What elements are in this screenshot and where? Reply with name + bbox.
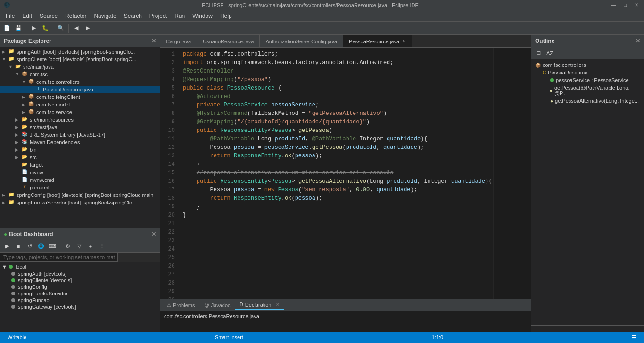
tree-item[interactable]: ▼ 📦 com.fsc.controllers	[0, 78, 160, 86]
boot-dashboard-search[interactable]	[0, 253, 118, 262]
outline-scrollbar[interactable]	[531, 325, 644, 332]
tree-arrow: ▶	[15, 147, 21, 152]
editor-tab-UsuarioResource-java[interactable]: UsuarioResource.java	[197, 35, 260, 47]
bd-list-item[interactable]: springAuth [devtools]	[0, 270, 160, 277]
bd-settings-button[interactable]: ⚙	[63, 241, 73, 252]
menu-item-refactor[interactable]: Refactor	[61, 12, 90, 20]
tab-close-icon[interactable]: ✕	[402, 39, 406, 44]
outline-item[interactable]: CPessoaResource	[531, 69, 644, 76]
bottom-tab-label: Problems	[173, 302, 195, 308]
tree-item[interactable]: ▶ 📂 src/main/resources	[0, 116, 160, 123]
bd-open-button[interactable]: 🌐	[36, 241, 46, 252]
bottom-tab-close[interactable]: ✕	[276, 302, 280, 307]
bottom-content: com.fsc.controllers.PessoaResource.java	[160, 311, 531, 332]
menu-item-window[interactable]: Window	[189, 12, 216, 20]
package-explorer-content[interactable]: ▶ 📁 springAuth [boot] [devtools] [spring…	[0, 47, 160, 228]
toolbar-separator-3	[68, 24, 69, 33]
bd-add-button[interactable]: +	[85, 241, 96, 252]
tree-item[interactable]: ▶ 📁 springConfig [boot] [devtools] [spri…	[0, 191, 160, 199]
back-button[interactable]: ◀	[71, 23, 82, 33]
bd-list-item[interactable]: springEurekaServidor	[0, 290, 160, 297]
tree-item[interactable]: ▶ 📁 springAuth [boot] [devtools] [spring…	[0, 48, 160, 56]
bd-list-item[interactable]: springFuncao	[0, 297, 160, 303]
bd-list-item[interactable]: springCliente [devtools]	[0, 277, 160, 284]
bd-stop-button[interactable]: ■	[13, 241, 24, 252]
line-number: 2	[160, 58, 175, 67]
bd-group-header[interactable]: ▼local	[0, 263, 160, 270]
bd-restart-button[interactable]: ↺	[25, 241, 35, 252]
package-explorer-close[interactable]: ✕	[151, 38, 156, 44]
menu-item-navigate[interactable]: Navigate	[90, 12, 120, 20]
bd-item-label: springAuth [devtools]	[18, 271, 66, 277]
menu-item-source[interactable]: Source	[36, 12, 61, 20]
bd-item-label: springGateway [devtools]	[18, 304, 76, 310]
code-line: public ResponseEntity<Pessoa> getPessoa(	[183, 126, 489, 135]
menu-item-search[interactable]: Search	[120, 12, 146, 20]
boot-dashboard-close[interactable]: ✕	[151, 231, 156, 237]
bd-more-button[interactable]: ⋮	[97, 241, 107, 252]
outline-content[interactable]: 📦com.fsc.controllersCPessoaResourcepesso…	[531, 59, 644, 325]
tree-item[interactable]: ▶ 📚 Maven Dependencies	[0, 139, 160, 146]
close-button[interactable]: ✕	[633, 1, 640, 9]
tree-item[interactable]: ▼ 📂 src/main/java	[0, 63, 160, 71]
bottom-tab-javadoc[interactable]: @Javadoc	[199, 301, 235, 310]
editor-tab-AuthorizationServerConfig-java[interactable]: AuthorizationServerConfig.java	[260, 35, 343, 47]
minimize-button[interactable]: —	[610, 1, 618, 9]
tree-item[interactable]: ▶ 📁 springEurekaServidor [boot] [springB…	[0, 199, 160, 206]
run-button[interactable]: ▶	[29, 23, 39, 33]
new-button[interactable]: 📄	[2, 23, 12, 33]
tree-item[interactable]: 📄 mvnw.cmd	[0, 176, 160, 184]
tree-item[interactable]: ▼ 📦 com.fsc	[0, 71, 160, 78]
tree-item[interactable]: J PessoaResource.java	[0, 86, 160, 93]
outline-item[interactable]: ●getPessoa(@PathVariable Long, @P...	[531, 84, 644, 97]
menu-item-project[interactable]: Project	[146, 12, 171, 20]
menubar: FileEditSourceRefactorNavigateSearchProj…	[0, 10, 644, 22]
debug-button[interactable]: 🐛	[40, 23, 50, 33]
outline-close[interactable]: ✕	[636, 38, 640, 44]
editor-tab-Cargo-java[interactable]: Cargo.java	[160, 35, 197, 47]
search-button[interactable]: 🔍	[56, 23, 66, 33]
bd-console-button[interactable]: ⌨	[47, 241, 58, 252]
bd-list-item[interactable]: springGateway [devtools]	[0, 303, 160, 310]
tree-item[interactable]: ▼ 📁 springCliente [boot] [devtools] [spr…	[0, 56, 160, 63]
forward-button[interactable]: ▶	[83, 23, 93, 33]
right-panel: Outline ✕ ⊟ AZ 📦com.fsc.controllersCPess…	[531, 35, 644, 332]
tree-item[interactable]: X pom.xml	[0, 184, 160, 191]
tree-arrow: ▶	[15, 132, 21, 137]
bd-filter-button[interactable]: ▽	[74, 241, 84, 252]
tab-label: AuthorizationServerConfig.java	[265, 39, 337, 44]
tree-item[interactable]: ▶ 📂 src/test/java	[0, 123, 160, 131]
menu-item-edit[interactable]: Edit	[18, 12, 36, 20]
tree-item[interactable]: 📂 target	[0, 161, 160, 169]
bottom-tab-declaration[interactable]: DDeclaration✕	[235, 301, 285, 310]
outline-item[interactable]: ●getPessoaAlternativo(Long, Intege...	[531, 97, 644, 105]
editor-tab-PessoaResource-java[interactable]: PessoaResource.java✕	[343, 35, 412, 47]
line-number: 16	[160, 177, 175, 186]
bd-list-item[interactable]: springConfig	[0, 284, 160, 290]
menu-item-help[interactable]: Help	[216, 12, 236, 20]
outline-item[interactable]: pessoaService : PessoaService	[531, 76, 644, 84]
tab-label: Cargo.java	[166, 39, 191, 44]
maximize-button[interactable]: □	[621, 1, 629, 9]
outline-collapse-button[interactable]: ⊟	[533, 48, 544, 58]
tree-arrow: ▶	[22, 95, 27, 99]
menu-item-file[interactable]: File	[2, 12, 18, 20]
tree-item[interactable]: ▶ 📦 com.fsc.feingClient	[0, 93, 160, 101]
tree-item[interactable]: ▶ 📚 JRE System Library [JavaSE-17]	[0, 131, 160, 139]
code-content[interactable]: package com.fsc.controllers;import org.s…	[179, 48, 493, 299]
editor-area[interactable]: 1234567891011121314151617181920212223242…	[160, 48, 531, 299]
bottom-tab-problems[interactable]: ⚠Problems	[162, 301, 199, 310]
tree-item[interactable]: ▶ 📦 com.fsc.service	[0, 108, 160, 116]
tree-item[interactable]: ▶ 📦 com.fsc.model	[0, 101, 160, 108]
tree-label: PessoaResource.java	[43, 87, 93, 92]
bd-start-button[interactable]: ▶	[2, 241, 12, 252]
tree-item[interactable]: ▶ 📂 src	[0, 154, 160, 161]
tree-item[interactable]: 📄 mvnw	[0, 169, 160, 176]
code-line: @RequestMapping("/pessoa")	[183, 75, 489, 84]
menu-item-run[interactable]: Run	[171, 12, 189, 20]
outline-item[interactable]: 📦com.fsc.controllers	[531, 61, 644, 69]
save-button[interactable]: 💾	[13, 23, 24, 33]
tree-icon: 📁	[8, 49, 15, 55]
outline-sort-button[interactable]: AZ	[545, 48, 555, 58]
tree-item[interactable]: ▶ 📂 bin	[0, 146, 160, 154]
